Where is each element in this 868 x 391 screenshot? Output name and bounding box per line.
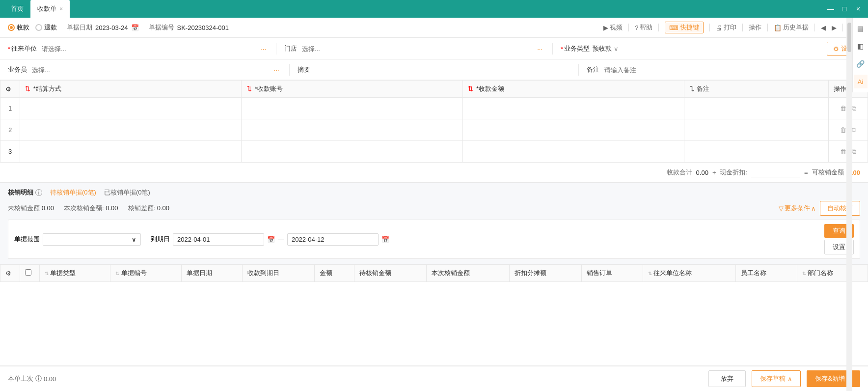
- date-value[interactable]: 2023-03-24: [95, 24, 128, 31]
- divider7: [842, 24, 843, 31]
- active-tab-label: 收款单: [37, 0, 56, 18]
- payment-method-2[interactable]: [20, 119, 242, 141]
- select-all-checkbox[interactable]: [25, 269, 31, 276]
- remark-1[interactable]: [684, 98, 829, 119]
- bottom-checkbox-header[interactable]: [20, 265, 40, 282]
- discount-input[interactable]: [751, 168, 800, 177]
- bottom-gear-header[interactable]: ⚙: [0, 265, 20, 282]
- due-date-label: 到期日: [151, 235, 170, 244]
- diff-stat: 核销差额: 0.00: [128, 204, 170, 213]
- counterpart-input[interactable]: [40, 42, 259, 56]
- active-tab[interactable]: 收款单 ×: [30, 0, 70, 18]
- plus-sign: +: [712, 169, 716, 176]
- done-tab[interactable]: 已核销单据(0笔): [104, 188, 150, 197]
- delete-icon-2[interactable]: 🗑: [840, 126, 846, 134]
- scrollbar[interactable]: [846, 18, 852, 391]
- save-draft-button[interactable]: 保存草稿 ∧: [752, 370, 801, 387]
- copy-icon-2[interactable]: ⧉: [852, 126, 856, 134]
- delete-icon-3[interactable]: 🗑: [840, 148, 846, 155]
- date-range-filter: 到期日 📅 — 📅: [151, 233, 389, 246]
- history-action[interactable]: 📋 历史单据: [774, 23, 809, 32]
- remark-3[interactable]: [684, 141, 829, 163]
- bottom-table-section: ⚙ ⇅ 单据类型 ⇅ 单据编号 单据日期: [0, 264, 868, 365]
- due-date-end-input[interactable]: [287, 233, 379, 246]
- due-date-start-input[interactable]: [173, 233, 264, 246]
- current-label: 本单上次: [8, 374, 33, 383]
- payment-method-3[interactable]: [20, 141, 242, 163]
- ai-label: Ai: [858, 78, 864, 85]
- help-action[interactable]: ? 帮助: [635, 23, 652, 32]
- minimize-button[interactable]: —: [825, 3, 837, 15]
- biz-type-select[interactable]: 预收款 ∨: [593, 44, 619, 53]
- remark-2[interactable]: [684, 119, 829, 141]
- close-button[interactable]: ×: [852, 3, 864, 15]
- discard-button[interactable]: 放弃: [708, 370, 746, 387]
- col-settings-header[interactable]: ⚙: [0, 81, 20, 98]
- copy-icon-1[interactable]: ⧉: [852, 105, 856, 112]
- more-conditions-btn[interactable]: ▽ 更多条件 ∧: [779, 204, 816, 213]
- summary-input[interactable]: [313, 63, 571, 77]
- home-tab[interactable]: 首页: [4, 0, 30, 18]
- row-num-2: 2: [0, 119, 20, 141]
- salesperson-input[interactable]: [30, 63, 272, 77]
- copy-icon-3[interactable]: ⧉: [852, 148, 856, 155]
- amount-2[interactable]: [463, 119, 684, 141]
- auto-hexiao-button[interactable]: 自动核销: [820, 201, 860, 216]
- separator2: [552, 43, 553, 55]
- range-select[interactable]: ∨: [43, 233, 141, 246]
- account-2[interactable]: [242, 119, 463, 141]
- radio-refund[interactable]: 退款: [35, 23, 57, 32]
- amount-1[interactable]: [463, 98, 684, 119]
- print-action[interactable]: 🖨 打印: [716, 23, 736, 32]
- sidebar-layout-icon[interactable]: ◧: [854, 39, 868, 53]
- biz-type-value: 预收款: [593, 44, 612, 53]
- video-icon: ▶: [603, 24, 608, 31]
- sidebar-ai-icon[interactable]: Ai: [854, 75, 868, 88]
- account-1[interactable]: [242, 98, 463, 119]
- calendar-start-icon[interactable]: 📅: [267, 236, 275, 243]
- account-3[interactable]: [242, 141, 463, 163]
- print-label: 打印: [724, 23, 736, 32]
- divider5: [767, 24, 768, 31]
- shortcut-action[interactable]: ⌨ 快捷键: [665, 22, 704, 33]
- radio-refund-dot: [35, 24, 42, 31]
- amount-3[interactable]: [463, 141, 684, 163]
- payment-method-1[interactable]: [20, 98, 242, 119]
- remark-input[interactable]: [602, 63, 860, 77]
- next-arrow[interactable]: ▶: [832, 24, 837, 31]
- col-pending-header: 待核销金额: [354, 265, 426, 282]
- unchecked-label: 未核销金额: [8, 204, 40, 212]
- main-content: 收款 退款 单据日期 2023-03-24 📅 单据编号 SK-20230324…: [0, 18, 868, 391]
- prev-arrow[interactable]: ◀: [821, 24, 826, 31]
- unchecked-value: 0.00: [42, 204, 54, 212]
- separator4: [578, 64, 579, 76]
- salesperson-more[interactable]: ···: [272, 66, 281, 74]
- store-input[interactable]: [300, 42, 535, 56]
- summary-label: 摘要: [298, 65, 310, 74]
- type-sort-icon: ⇅: [45, 271, 49, 276]
- sidebar-link-icon[interactable]: 🔗: [854, 57, 868, 71]
- pending-tab[interactable]: 待核销单据(0笔): [50, 188, 96, 197]
- store-more[interactable]: ···: [535, 45, 544, 53]
- col-remark-header: ⇅ 备注: [684, 81, 829, 98]
- calendar-end-icon[interactable]: 📅: [381, 236, 389, 243]
- settings-gear-icon: ⚙: [5, 85, 11, 93]
- col-counterpart-header: ⇅ 往来单位名称: [643, 265, 736, 282]
- delete-icon-1[interactable]: 🗑: [840, 105, 846, 112]
- video-action[interactable]: ▶ 视频: [603, 23, 623, 32]
- restore-button[interactable]: □: [839, 3, 850, 15]
- counterpart-more[interactable]: ···: [259, 45, 268, 53]
- footer-info-icon[interactable]: ⓘ: [35, 374, 42, 383]
- col-current-hexiao-header: 本次核销金额: [426, 265, 509, 282]
- hexiao-info-icon[interactable]: i: [35, 189, 42, 196]
- hexiao-header: 核销明细 i 待核销单据(0笔) 已核销单据(0笔): [8, 188, 860, 197]
- sidebar-table-icon[interactable]: ▤: [854, 22, 868, 35]
- operations-action[interactable]: 操作: [749, 23, 761, 32]
- radio-collection[interactable]: 收款: [8, 23, 29, 32]
- col-department-header: ⇅ 部门名称: [797, 265, 868, 282]
- date-calendar-icon[interactable]: 📅: [131, 24, 139, 31]
- col-due-date-header: 收款到期日: [243, 265, 315, 282]
- row-num-3: 3: [0, 141, 20, 163]
- close-tab-icon[interactable]: ×: [59, 0, 63, 18]
- scroll-thumb[interactable]: [847, 23, 851, 52]
